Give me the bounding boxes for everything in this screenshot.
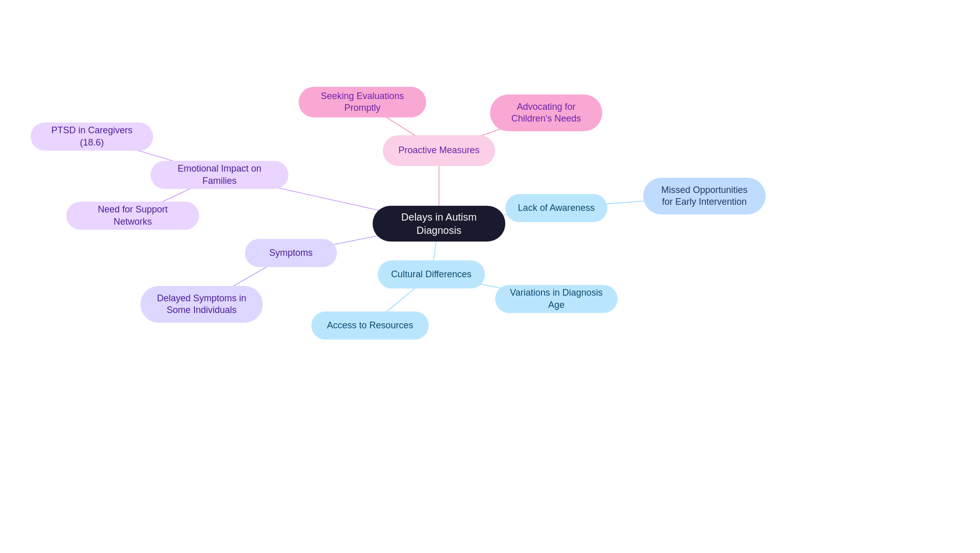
center-node[interactable]: Delays in Autism Diagnosis: [373, 206, 505, 242]
variations-diagnosis-node[interactable]: Variations in Diagnosis Age: [495, 285, 618, 313]
advocating-node[interactable]: Advocating for Children's Needs: [490, 94, 602, 131]
lack-awareness-node[interactable]: Lack of Awareness: [505, 194, 607, 222]
access-resources-node[interactable]: Access to Resources: [311, 311, 429, 340]
emotional-impact-node[interactable]: Emotional Impact on Families: [151, 161, 288, 189]
symptoms-node[interactable]: Symptoms: [245, 239, 337, 267]
missed-opportunities-node[interactable]: Missed Opportunities for Early Intervent…: [643, 178, 766, 214]
cultural-differences-node[interactable]: Cultural Differences: [378, 260, 485, 288]
seeking-evaluations-node[interactable]: Seeking Evaluations Promptly: [299, 87, 426, 117]
delayed-symptoms-node[interactable]: Delayed Symptoms in Some Individuals: [140, 286, 263, 323]
ptsd-node[interactable]: PTSD in Caregivers (18.6): [31, 123, 153, 151]
need-support-node[interactable]: Need for Support Networks: [66, 202, 199, 230]
proactive-measures-node[interactable]: Proactive Measures: [383, 135, 495, 166]
